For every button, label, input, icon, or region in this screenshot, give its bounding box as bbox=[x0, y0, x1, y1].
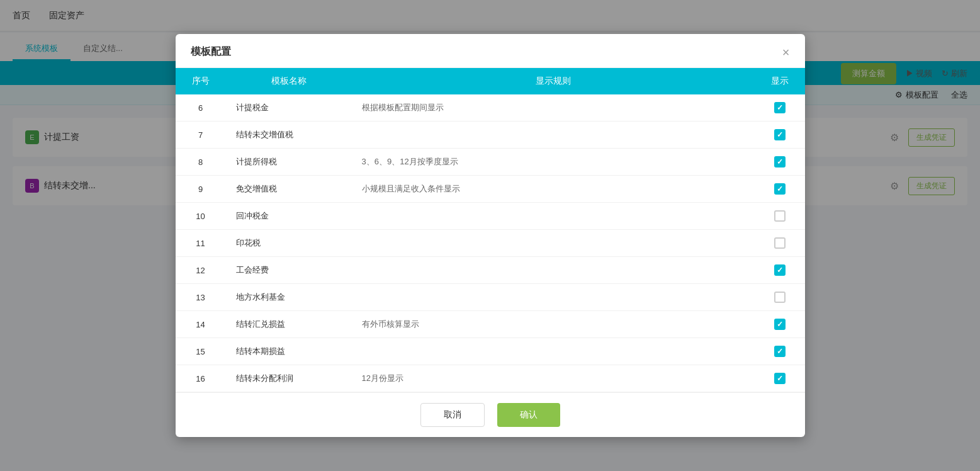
table-row: 14结转汇兑损益有外币核算显示 bbox=[176, 311, 805, 338]
col-header-rule: 显示规则 bbox=[352, 68, 755, 94]
cell-rule-9 bbox=[352, 338, 755, 365]
checkbox-10[interactable] bbox=[774, 373, 786, 384]
cell-name-8: 结转汇兑损益 bbox=[226, 311, 352, 338]
table-row: 9免交增值税小规模且满足收入条件显示 bbox=[176, 176, 805, 203]
cell-no-0: 6 bbox=[176, 94, 226, 122]
cell-rule-3: 小规模且满足收入条件显示 bbox=[352, 176, 755, 203]
cell-rule-7 bbox=[352, 284, 755, 311]
table-row: 6计提税金根据模板配置期间显示 bbox=[176, 94, 805, 122]
cell-name-4: 回冲税金 bbox=[226, 203, 352, 230]
cell-check-9 bbox=[755, 338, 805, 365]
cell-check-0 bbox=[755, 94, 805, 122]
dialog-header: 模板配置 × bbox=[176, 34, 805, 68]
table-wrapper: 序号 模板名称 显示规则 显示 6计提税金根据模板配置期间显示7结转未交增值税8… bbox=[176, 68, 805, 392]
checkbox-2[interactable] bbox=[774, 156, 786, 167]
cell-check-10 bbox=[755, 365, 805, 392]
cell-check-2 bbox=[755, 149, 805, 176]
cell-name-9: 结转本期损益 bbox=[226, 338, 352, 365]
checkbox-0[interactable] bbox=[774, 102, 786, 113]
cell-check-5 bbox=[755, 230, 805, 257]
cell-name-0: 计提税金 bbox=[226, 94, 352, 122]
confirm-button[interactable]: 确认 bbox=[497, 403, 560, 427]
cell-no-3: 9 bbox=[176, 176, 226, 203]
cell-check-6 bbox=[755, 257, 805, 284]
cell-check-1 bbox=[755, 122, 805, 149]
cell-no-4: 10 bbox=[176, 203, 226, 230]
cell-check-3 bbox=[755, 176, 805, 203]
table-row: 12工会经费 bbox=[176, 257, 805, 284]
checkbox-4[interactable] bbox=[774, 210, 786, 222]
cell-no-7: 13 bbox=[176, 284, 226, 311]
col-header-no: 序号 bbox=[176, 68, 226, 94]
cell-check-4 bbox=[755, 203, 805, 230]
cell-rule-10: 12月份显示 bbox=[352, 365, 755, 392]
checkbox-7[interactable] bbox=[774, 292, 786, 303]
table-row: 16结转未分配利润12月份显示 bbox=[176, 365, 805, 392]
checkbox-1[interactable] bbox=[774, 129, 786, 140]
cell-no-5: 11 bbox=[176, 230, 226, 257]
table-row: 8计提所得税3、6、9、12月按季度显示 bbox=[176, 149, 805, 176]
cell-name-5: 印花税 bbox=[226, 230, 352, 257]
checkbox-9[interactable] bbox=[774, 346, 786, 357]
table-row: 11印花税 bbox=[176, 230, 805, 257]
table-row: 10回冲税金 bbox=[176, 203, 805, 230]
col-header-name: 模板名称 bbox=[226, 68, 352, 94]
cell-name-7: 地方水利基金 bbox=[226, 284, 352, 311]
dialog-footer: 取消 确认 bbox=[176, 392, 805, 437]
close-icon[interactable]: × bbox=[782, 46, 790, 59]
cell-no-2: 8 bbox=[176, 149, 226, 176]
cell-check-8 bbox=[755, 311, 805, 338]
table-body: 6计提税金根据模板配置期间显示7结转未交增值税8计提所得税3、6、9、12月按季… bbox=[176, 94, 805, 392]
table-header: 序号 模板名称 显示规则 显示 bbox=[176, 68, 805, 94]
cell-name-3: 免交增值税 bbox=[226, 176, 352, 203]
cell-no-10: 16 bbox=[176, 365, 226, 392]
cancel-button[interactable]: 取消 bbox=[420, 403, 485, 427]
cell-name-6: 工会经费 bbox=[226, 257, 352, 284]
cell-check-7 bbox=[755, 284, 805, 311]
col-header-display: 显示 bbox=[755, 68, 805, 94]
table-row: 7结转未交增值税 bbox=[176, 122, 805, 149]
cell-no-9: 15 bbox=[176, 338, 226, 365]
table-row: 15结转本期损益 bbox=[176, 338, 805, 365]
cell-rule-2: 3、6、9、12月按季度显示 bbox=[352, 149, 755, 176]
config-table: 序号 模板名称 显示规则 显示 6计提税金根据模板配置期间显示7结转未交增值税8… bbox=[176, 68, 805, 392]
checkbox-5[interactable] bbox=[774, 237, 786, 249]
cell-rule-5 bbox=[352, 230, 755, 257]
cell-name-2: 计提所得税 bbox=[226, 149, 352, 176]
cell-name-10: 结转未分配利润 bbox=[226, 365, 352, 392]
cell-no-1: 7 bbox=[176, 122, 226, 149]
cell-rule-8: 有外币核算显示 bbox=[352, 311, 755, 338]
cell-no-6: 12 bbox=[176, 257, 226, 284]
cell-name-1: 结转未交增值税 bbox=[226, 122, 352, 149]
checkbox-3[interactable] bbox=[774, 183, 786, 195]
cell-rule-6 bbox=[352, 257, 755, 284]
dialog-title: 模板配置 bbox=[191, 45, 231, 59]
checkbox-8[interactable] bbox=[774, 319, 786, 330]
cell-rule-4 bbox=[352, 203, 755, 230]
cell-rule-0: 根据模板配置期间显示 bbox=[352, 94, 755, 122]
cell-rule-1 bbox=[352, 122, 755, 149]
template-config-dialog: 模板配置 × 序号 模板名称 显示规则 显示 6计提税金根据模板配置期间显示7结… bbox=[176, 34, 805, 437]
cell-no-8: 14 bbox=[176, 311, 226, 338]
table-row: 13地方水利基金 bbox=[176, 284, 805, 311]
checkbox-6[interactable] bbox=[774, 264, 786, 276]
